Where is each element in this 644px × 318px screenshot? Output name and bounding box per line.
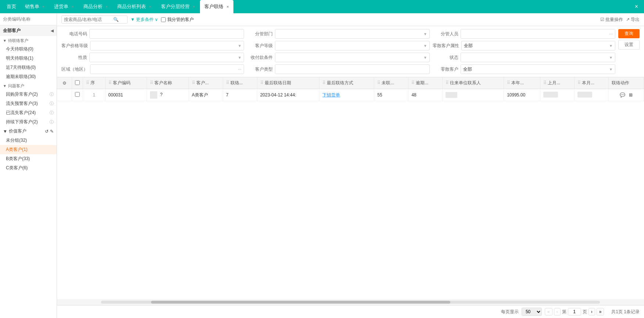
next-page-button[interactable]: › <box>588 308 595 315</box>
filter-more-conditions[interactable]: ▼ 更多条件 ∨ <box>130 17 158 23</box>
grid-icon[interactable]: ⊞ <box>629 92 633 98</box>
scroll-area <box>57 299 644 305</box>
my-customers-filter: 我分管的客户 <box>161 17 194 23</box>
column-customer-type: ⠿客户... <box>189 77 223 89</box>
sidebar-group-value[interactable]: ▼ 价值客户 ↺ ✎ <box>0 127 57 136</box>
close-analysis-tab[interactable]: × <box>105 4 108 9</box>
price-tier-label: 客户价格等级 <box>61 43 88 49</box>
sidebar-group-pending[interactable]: ▼ 待联络客户 <box>0 36 57 45</box>
last-contact-method-link[interactable]: 下销货单 <box>322 92 340 98</box>
column-gear[interactable]: ⚙ <box>57 77 72 89</box>
conditions-top-row: 电话号码 分管部门 ▼ 分管人员 <box>61 29 640 74</box>
row-customer-type: A类客户 <box>189 89 223 101</box>
close-purchase-tab[interactable]: × <box>71 4 74 9</box>
contact-person-placeholder <box>446 92 457 98</box>
nav-tab-analysis-list[interactable]: 商品分析列表 × <box>113 0 155 13</box>
column-action: 联络动作 <box>609 77 644 89</box>
sidebar-item-class-b[interactable]: B类客户(33) <box>0 154 57 163</box>
close-customer-contact-tab[interactable]: × <box>226 4 229 9</box>
settings-button[interactable]: 设置 <box>618 40 640 50</box>
batch-ops-button[interactable]: ☑ 批量操作 <box>600 17 623 23</box>
condition-price-tier: 客户价格等级 ▼ <box>61 41 244 50</box>
dept-label: 分管部门 <box>247 31 273 37</box>
nav-home[interactable]: 首页 <box>3 3 20 10</box>
conditions-row-1: 电话号码 分管部门 ▼ 分管人员 <box>61 29 615 39</box>
row-seq: 1 <box>83 89 105 101</box>
nav-tab-customer-tier[interactable]: 客户分层经营 × <box>157 0 199 13</box>
this-month-placeholder <box>577 92 592 98</box>
retail-customer-select[interactable]: 全部 ▼ <box>461 64 615 74</box>
sidebar-all-customers-header[interactable]: 全部客户 ◀ <box>0 25 57 36</box>
message-icon[interactable]: 💬 <box>620 92 625 98</box>
last-page-button[interactable]: » <box>597 308 604 315</box>
nav-tab-customer-contact[interactable]: 客户联络 × <box>200 0 233 13</box>
pending-arrow-icon: ▼ <box>3 39 7 43</box>
column-contact-person: ⠿往来单位联系人 <box>443 77 504 89</box>
sidebar-group-problem[interactable]: ▼ 问题客户 <box>0 81 57 90</box>
price-tier-select[interactable]: ▼ <box>90 41 244 50</box>
row-last-contact-method[interactable]: 下销货单 <box>319 89 374 101</box>
refresh-icon[interactable]: ↺ <box>45 129 49 134</box>
row-checkbox[interactable] <box>75 92 80 97</box>
customer-avatar <box>150 91 157 99</box>
row-last-contact-date: 2023-04-12 14:44: <box>257 89 319 101</box>
status-select[interactable]: ▼ <box>461 53 615 62</box>
retail-attr-label: 零散客户属性 <box>433 43 459 49</box>
sidebar-item-class-c[interactable]: C类客户(6) <box>0 163 57 173</box>
dept-select[interactable]: ▼ <box>275 29 430 39</box>
retail-attr-select[interactable]: 全部 ▼ <box>461 41 615 50</box>
sidebar-item-declining[interactable]: 持续下滑客户(2) ⓘ <box>0 117 57 127</box>
condition-status: 状态 ▼ <box>433 53 615 62</box>
close-analysis-list-tab[interactable]: × <box>149 4 151 9</box>
close-sales-tab[interactable]: × <box>42 4 44 9</box>
retail-attr-arrow-icon: ▼ <box>609 44 613 48</box>
filter-search-icon[interactable]: 🔍 <box>113 17 119 22</box>
sidebar-item-tomorrow[interactable]: 明天待联络(1) <box>0 54 57 63</box>
customer-type-input[interactable] <box>275 64 430 74</box>
sidebar-item-churn-warning[interactable]: 流失预警客户(3) ⓘ <box>0 99 57 108</box>
price-tier-arrow-icon: ▼ <box>238 44 242 48</box>
nav-tab-analysis[interactable]: 商品分析 × <box>79 0 112 13</box>
search-conditions: 电话号码 分管部门 ▼ 分管人员 <box>57 26 644 77</box>
first-page-button[interactable]: « <box>545 308 552 315</box>
page-number-input[interactable] <box>568 308 581 315</box>
sidebar-item-class-a[interactable]: A类客户(1) <box>0 145 57 154</box>
status-arrow-icon: ▼ <box>609 56 613 60</box>
row-checkbox-cell[interactable] <box>72 89 83 101</box>
row-code: 000031 <box>105 89 147 101</box>
sidebar-item-overdue[interactable]: 逾期未联络(30) <box>0 72 57 81</box>
sidebar-item-ungrouped[interactable]: 未分组(32) <box>0 136 57 145</box>
nav-tab-purchase[interactable]: 进货单 × <box>50 0 78 13</box>
close-all-tabs[interactable]: × <box>632 3 641 10</box>
edit-icon[interactable]: ✎ <box>50 129 54 134</box>
payment-select[interactable]: ▼ <box>275 53 430 62</box>
customer-tier-select[interactable]: ▼ <box>275 41 430 50</box>
sidebar-item-7days[interactable]: 近7天待联络(0) <box>0 63 57 72</box>
nav-tab-sales[interactable]: 销售单 × <box>21 0 49 13</box>
column-select-all[interactable] <box>72 77 83 89</box>
sidebar-item-repurchase-abnormal[interactable]: 回购异常客户(2) ⓘ <box>0 90 57 99</box>
nature-select[interactable]: ▼ <box>89 53 244 62</box>
query-button[interactable]: 查询 <box>618 29 640 38</box>
export-button[interactable]: ↗ 导出 <box>626 17 640 23</box>
column-code: ⠿客户编码 <box>105 77 147 89</box>
retail-customer-arrow-icon: ▼ <box>609 67 613 71</box>
manager-input[interactable]: ··· <box>461 29 615 39</box>
select-all-checkbox[interactable] <box>75 80 80 85</box>
horizontal-scrollbar-thumb[interactable] <box>151 301 450 304</box>
region-input[interactable]: ··· <box>90 64 244 74</box>
phone-input[interactable] <box>89 29 244 39</box>
sidebar-search-input[interactable] <box>3 17 57 22</box>
my-customers-checkbox[interactable] <box>161 17 166 22</box>
conditions-row-4: 区域（地区） ··· 客户类型 零散客户 <box>61 64 615 74</box>
batch-ops-icon: ☑ <box>600 17 604 22</box>
horizontal-scrollbar-track[interactable] <box>101 301 600 304</box>
sidebar-item-today[interactable]: 今天待联络(0) <box>0 45 57 54</box>
prev-page-button[interactable]: ‹ <box>554 308 561 315</box>
page-size-select[interactable]: 50 10 20 100 <box>522 308 542 316</box>
customer-tier-arrow-icon: ▼ <box>423 44 427 48</box>
close-customer-tier-tab[interactable]: × <box>193 4 195 9</box>
sidebar-item-churned[interactable]: 已流失客户(24) ⓘ <box>0 108 57 117</box>
filter-search-input[interactable] <box>64 17 112 22</box>
table-area: ⚙ ⠿序 ⠿客户编码 ⠿客户名称 ⠿客户... ⠿联络... ⠿最后联络日期 ⠿… <box>57 77 644 299</box>
